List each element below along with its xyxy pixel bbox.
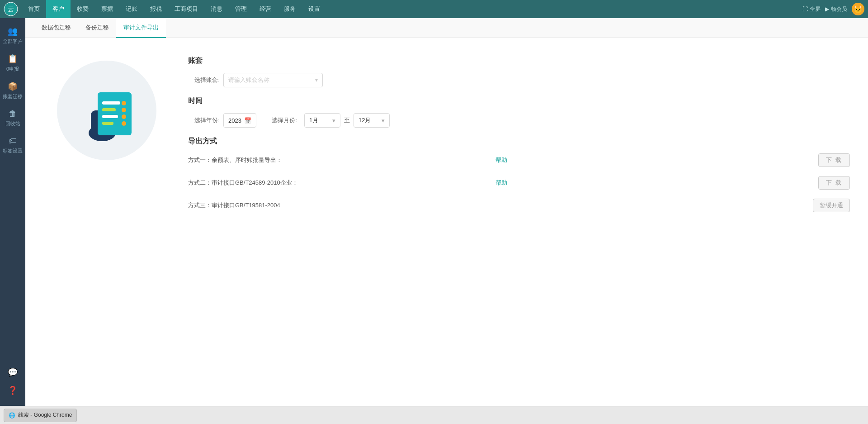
fullscreen-label: 全屏 bbox=[810, 5, 821, 13]
svg-text:云: 云 bbox=[8, 5, 14, 13]
sidebar-icon: 🏷 bbox=[9, 136, 17, 146]
nav-item-票据[interactable]: 票据 bbox=[95, 0, 119, 18]
tab-数据包迁移[interactable]: 数据包迁移 bbox=[34, 18, 78, 38]
method-label-3: 方式三：审计接口GB/T19581-2004 bbox=[188, 201, 497, 210]
nav-item-经营[interactable]: 经营 bbox=[253, 0, 278, 18]
download-btn-1[interactable]: 下 载 bbox=[818, 153, 850, 167]
chrome-icon: 🌐 bbox=[9, 412, 15, 419]
account-label: 选择账套: bbox=[188, 76, 220, 84]
svg-rect-6 bbox=[102, 108, 116, 111]
avatar[interactable]: 🐱 bbox=[852, 3, 864, 15]
method-label-1: 方式一：余额表、序时账批量导出： bbox=[188, 156, 492, 164]
sidebar-item-回收站[interactable]: 🗑回收站 bbox=[0, 105, 25, 132]
open-btn-3[interactable]: 暂缓开通 bbox=[813, 199, 850, 212]
tab-bar: 数据包迁移备份迁移审计文件导出 bbox=[25, 18, 868, 38]
nav-items: 首页客户收费票据记账报税工商项目消息管理经营服务设置 bbox=[22, 0, 802, 18]
method-help-link-2[interactable]: 帮助 bbox=[495, 179, 507, 187]
member-label: 畅会员 bbox=[831, 5, 847, 13]
time-title: 时间 bbox=[188, 96, 850, 106]
member-btn[interactable]: ▶ 畅会员 bbox=[825, 5, 847, 13]
illustration-circle bbox=[57, 61, 156, 160]
time-row: 选择年份: 2023 📅 选择月份: 1月 ▾ 至 bbox=[188, 113, 850, 128]
taskbar-chrome-item[interactable]: 🌐 线索 - Google Chrome bbox=[4, 409, 77, 422]
illustration-area bbox=[43, 52, 170, 392]
nav-item-记账[interactable]: 记账 bbox=[119, 0, 144, 18]
sidebar-item-账套迁移[interactable]: 📦账套迁移 bbox=[0, 77, 25, 105]
sidebar-icon: 📋 bbox=[8, 54, 18, 64]
page-content: 账套 选择账套: 请输入账套名称 ▾ 时间 选择年份: 20 bbox=[25, 38, 868, 406]
member-icon: ▶ bbox=[825, 6, 829, 12]
method-help-link-1[interactable]: 帮助 bbox=[495, 156, 507, 164]
nav-item-服务[interactable]: 服务 bbox=[278, 0, 302, 18]
app-logo: 云 bbox=[4, 2, 18, 16]
month-start-value: 1月 bbox=[309, 116, 318, 124]
method-label-2: 方式二：审计接口GB/T24589-2010企业： bbox=[188, 179, 492, 187]
month-end-value: 12月 bbox=[359, 116, 371, 124]
sidebar-item-全部客户[interactable]: 👥全部客户 bbox=[0, 22, 25, 49]
sidebar: 👥全部客户📋0申报📦账套迁移🗑回收站🏷标签设置 💬 ❓ bbox=[0, 18, 25, 406]
form-area: 账套 选择账套: 请输入账套名称 ▾ 时间 选择年份: 20 bbox=[170, 52, 850, 392]
svg-rect-7 bbox=[102, 115, 118, 118]
nav-item-管理[interactable]: 管理 bbox=[229, 0, 253, 18]
svg-point-10 bbox=[122, 108, 126, 112]
sidebar-icon: 📦 bbox=[8, 81, 18, 91]
year-value: 2023 bbox=[228, 117, 241, 124]
month-end-select[interactable]: 12月 ▾ bbox=[354, 113, 390, 128]
top-nav: 云 首页客户收费票据记账报税工商项目消息管理经营服务设置 ⛶ 全屏 ▶ 畅会员 … bbox=[0, 0, 868, 18]
svg-rect-4 bbox=[98, 92, 132, 135]
svg-point-9 bbox=[122, 101, 126, 105]
tab-审计文件导出[interactable]: 审计文件导出 bbox=[116, 18, 166, 38]
nav-right: ⛶ 全屏 ▶ 畅会员 🐱 bbox=[802, 3, 864, 15]
account-row: 选择账套: 请输入账套名称 ▾ bbox=[188, 73, 850, 87]
sidebar-bottom-msg[interactable]: 💬 bbox=[5, 364, 21, 381]
nav-item-报税[interactable]: 报税 bbox=[144, 0, 168, 18]
nav-item-客户[interactable]: 客户 bbox=[46, 0, 71, 18]
chevron-month-end-icon: ▾ bbox=[382, 117, 385, 124]
illustration-svg bbox=[75, 74, 138, 147]
year-label: 选择年份: bbox=[188, 116, 220, 124]
tab-备份迁移[interactable]: 备份迁移 bbox=[78, 18, 116, 38]
fullscreen-icon: ⛶ bbox=[802, 6, 808, 12]
export-method-row-1: 方式一：余额表、序时账批量导出：帮助下 载 bbox=[188, 153, 850, 167]
account-title: 账套 bbox=[188, 56, 850, 66]
sidebar-item-0申报[interactable]: 📋0申报 bbox=[0, 49, 25, 77]
content-area: 数据包迁移备份迁移审计文件导出 bbox=[25, 18, 868, 406]
svg-point-11 bbox=[122, 114, 126, 119]
nav-item-工商项目[interactable]: 工商项目 bbox=[168, 0, 204, 18]
sidebar-bottom-help[interactable]: ❓ bbox=[5, 382, 21, 399]
year-input[interactable]: 2023 📅 bbox=[223, 113, 256, 128]
taskbar-item-label: 线索 - Google Chrome bbox=[18, 411, 72, 419]
export-method-row-3: 方式三：审计接口GB/T19581-2004暂缓开通 bbox=[188, 199, 850, 212]
calendar-icon: 📅 bbox=[244, 117, 251, 124]
export-method-row-2: 方式二：审计接口GB/T24589-2010企业：帮助下 载 bbox=[188, 176, 850, 190]
fullscreen-btn[interactable]: ⛶ 全屏 bbox=[802, 5, 821, 13]
sidebar-icon: 👥 bbox=[8, 26, 18, 36]
svg-rect-8 bbox=[102, 122, 113, 125]
nav-item-设置[interactable]: 设置 bbox=[302, 0, 326, 18]
svg-point-12 bbox=[122, 121, 126, 126]
nav-item-收费[interactable]: 收费 bbox=[71, 0, 95, 18]
nav-item-消息[interactable]: 消息 bbox=[204, 0, 229, 18]
month-start-select[interactable]: 1月 ▾ bbox=[304, 113, 340, 128]
chevron-month-start-icon: ▾ bbox=[332, 117, 335, 124]
month-label: 选择月份: bbox=[265, 116, 297, 124]
to-label: 至 bbox=[344, 116, 350, 124]
sidebar-item-标签设置[interactable]: 🏷标签设置 bbox=[0, 132, 25, 159]
svg-rect-5 bbox=[102, 101, 120, 105]
export-title: 导出方式 bbox=[188, 137, 850, 146]
account-placeholder: 请输入账套名称 bbox=[228, 76, 269, 84]
taskbar: 🌐 线索 - Google Chrome bbox=[0, 406, 868, 424]
chevron-down-icon: ▾ bbox=[315, 77, 318, 83]
account-select[interactable]: 请输入账套名称 ▾ bbox=[223, 73, 323, 87]
download-btn-2[interactable]: 下 载 bbox=[818, 176, 850, 190]
sidebar-icon: 🗑 bbox=[9, 109, 17, 119]
nav-item-首页[interactable]: 首页 bbox=[22, 0, 46, 18]
